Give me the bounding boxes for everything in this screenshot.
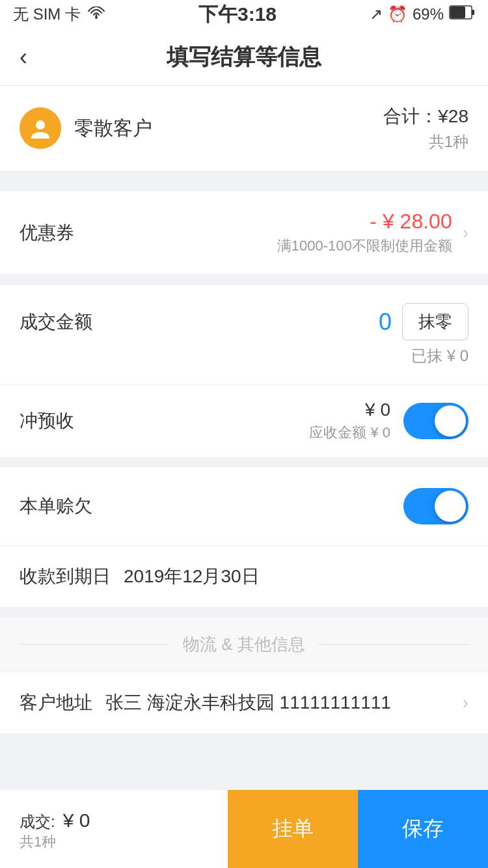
address-row[interactable]: 客户地址 张三 海淀永丰科技园 11111111111 › (0, 671, 488, 733)
status-time: 下午3:18 (198, 1, 277, 28)
divider-1 (0, 181, 488, 191)
address-chevron-icon: › (463, 692, 468, 713)
status-left: 无 SIM 卡 (13, 4, 105, 25)
round-button[interactable]: 抹零 (402, 303, 468, 340)
status-bar: 无 SIM 卡 下午3:18 ↗ ⏰ 69% (0, 0, 488, 29)
divider-2 (0, 275, 488, 285)
customer-row: 零散客户 合计：¥28 共1种 (0, 86, 488, 170)
amount-sub: 已抹 ¥ 0 (0, 340, 488, 385)
due-date-value: 2019年12月30日 (124, 564, 260, 589)
coupon-value-col: - ¥ 28.00 满1000-100不限制使用金额 (277, 210, 452, 256)
svg-rect-3 (472, 10, 474, 15)
svg-point-4 (36, 120, 45, 129)
logistics-header: 物流 & 其他信息 (0, 617, 488, 671)
page-title: 填写结算等信息 (167, 42, 321, 72)
transaction-right: 0 抹零 (379, 303, 468, 340)
amount-sub-text: 已抹 ¥ 0 (411, 346, 468, 366)
advance-row: 冲预收 ¥ 0 应收金额 ¥ 0 (0, 385, 488, 457)
hold-button[interactable]: 挂单 (228, 790, 358, 868)
customer-total-info: 合计：¥28 共1种 (383, 104, 468, 152)
customer-count: 共1种 (383, 131, 468, 152)
battery-percent: 69% (413, 5, 444, 23)
bottom-count: 共1种 (20, 832, 208, 852)
address-value: 张三 海淀永丰科技园 11111111111 (105, 690, 463, 715)
advance-label: 冲预收 (20, 409, 74, 433)
location-icon: ↗ (370, 5, 383, 23)
customer-total: 合计：¥28 (383, 104, 468, 129)
logistics-title: 物流 & 其他信息 (183, 633, 305, 656)
divider-3 (0, 457, 488, 467)
debt-toggle-knob (435, 491, 466, 522)
chevron-right-icon: › (463, 223, 468, 243)
debt-toggle[interactable] (403, 488, 468, 524)
coupon-desc: 满1000-100不限制使用金额 (277, 236, 452, 256)
battery-icon (449, 5, 475, 23)
status-right: ↗ ⏰ 69% (370, 5, 475, 23)
avatar (20, 107, 61, 149)
nav-bar: ‹ 填写结算等信息 (0, 29, 488, 86)
sim-indicator: 无 SIM 卡 (13, 4, 81, 25)
bottom-transaction-label: 成交: (20, 811, 55, 832)
transaction-label: 成交金额 (20, 310, 92, 334)
svg-rect-2 (450, 7, 465, 18)
save-button[interactable]: 保存 (358, 790, 488, 868)
advance-values: ¥ 0 应收金额 ¥ 0 (309, 400, 390, 442)
toggle-knob (435, 405, 466, 437)
debt-label: 本单赊欠 (20, 494, 92, 519)
svg-point-0 (95, 16, 98, 19)
bottom-transaction-amount: ¥ 0 (63, 809, 90, 832)
advance-right: ¥ 0 应收金额 ¥ 0 (309, 400, 468, 442)
due-date-row: 收款到期日 2019年12月30日 (0, 545, 488, 607)
customer-name: 零散客户 (74, 115, 152, 142)
amount-row: 成交金额 0 抹零 (0, 285, 488, 340)
advance-toggle[interactable] (403, 403, 468, 439)
coupon-label: 优惠券 (20, 221, 74, 245)
divider-4 (0, 607, 488, 617)
coupon-row[interactable]: 优惠券 - ¥ 28.00 满1000-100不限制使用金额 › (0, 191, 488, 275)
transaction-section: 成交金额 0 抹零 已抹 ¥ 0 (0, 285, 488, 385)
bottom-info: 成交: ¥ 0 共1种 (0, 807, 228, 852)
debt-row: 本单赊欠 (0, 467, 488, 545)
logistics-line-left (20, 644, 170, 645)
transaction-value: 0 (379, 308, 392, 336)
customer-info: 零散客户 (20, 107, 152, 149)
advance-amount: ¥ 0 (309, 400, 390, 420)
address-label: 客户地址 (20, 690, 92, 715)
bottom-bar: 成交: ¥ 0 共1种 挂单 保存 (0, 790, 488, 868)
main-content: 零散客户 合计：¥28 共1种 优惠券 - ¥ 28.00 满1000-100不… (0, 86, 488, 868)
logistics-line-right (318, 644, 468, 645)
alarm-icon: ⏰ (388, 5, 407, 23)
due-date-label: 收款到期日 (20, 564, 111, 589)
back-button[interactable]: ‹ (20, 44, 27, 71)
coupon-right: - ¥ 28.00 满1000-100不限制使用金额 › (277, 210, 468, 256)
wifi-icon (87, 5, 105, 23)
advance-sub: 应收金额 ¥ 0 (309, 423, 390, 442)
coupon-discount: - ¥ 28.00 (277, 210, 452, 234)
